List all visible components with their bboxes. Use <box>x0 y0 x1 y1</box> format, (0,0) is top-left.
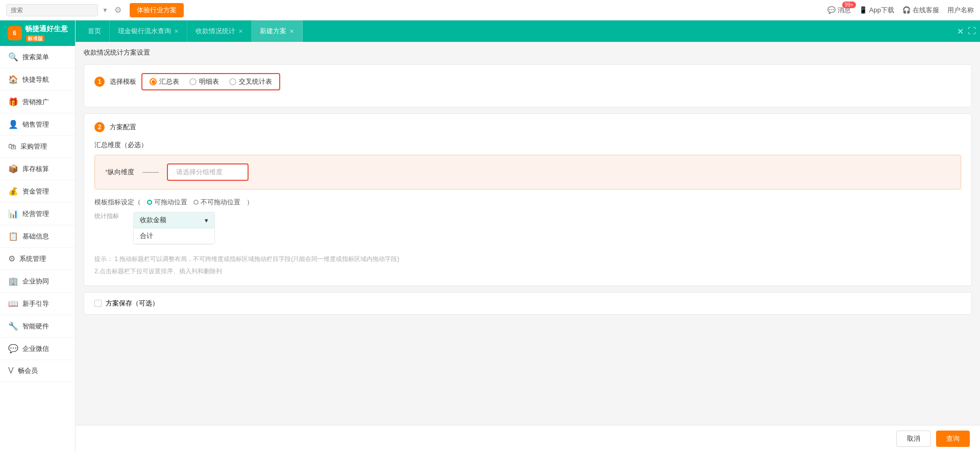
step1-card: 1 选择模板 汇总表 明细表 交叉统计表 <box>84 64 972 107</box>
main-layout: 6 畅捷通好生意 标准版 🔍 搜索菜单 🏠 快捷导航 🎁 营销推广 👤 销售管理… <box>0 20 980 452</box>
sidebar-item-label: 资金管理 <box>22 187 49 196</box>
metrics-col-header[interactable]: 收款金额 ▾ <box>134 212 214 228</box>
tip-2: 2.点击标题栏下拉可设置排序、插入列和删除列 <box>94 265 961 277</box>
drag-dot-active <box>147 200 152 205</box>
sidebar-logo: 6 畅捷通好生意 标准版 <box>0 20 75 46</box>
close-icon[interactable]: ✕ <box>289 28 294 35</box>
tab-payment-stats[interactable]: 收款情况统计 ✕ <box>187 20 252 42</box>
tab-bar: 首页 现金银行流水查询 ✕ 收款情况统计 ✕ 新建方案 ✕ ✕ ⛶ <box>76 20 980 42</box>
sidebar-item-marketing[interactable]: 🎁 营销推广 <box>0 91 75 113</box>
trial-button[interactable]: 体验行业方案 <box>130 3 184 17</box>
radio-circle-detail <box>189 78 197 85</box>
sidebar-item-label: 采购管理 <box>20 142 47 151</box>
close-icon[interactable]: ✕ <box>174 28 179 35</box>
service-label: 在线客服 <box>913 6 939 15</box>
search-input[interactable] <box>6 4 98 16</box>
sidebar-item-nav[interactable]: 🏠 快捷导航 <box>0 68 75 91</box>
save-option-section: 方案保存（可选） <box>84 292 972 315</box>
notification-wrap[interactable]: 💬 消息 99+ <box>827 6 851 15</box>
metrics-col-subrow: 合计 <box>134 228 214 244</box>
radio-label-summary: 汇总表 <box>159 77 179 86</box>
cancel-button[interactable]: 取消 <box>896 431 931 447</box>
sidebar-item-guide[interactable]: 📖 新手引导 <box>0 293 75 315</box>
step2-card: 2 方案配置 汇总维度（必选） *纵向维度 —— 请选择分组维度 <box>84 113 972 286</box>
drag-dot-inactive <box>193 200 199 205</box>
gear-icon[interactable]: ⚙ <box>114 5 121 15</box>
tab-home[interactable]: 首页 <box>80 20 110 42</box>
sidebar-item-label: 企业微信 <box>22 344 49 353</box>
draggable-indicator: 可拖动位置 <box>147 198 187 207</box>
sidebar-item-wechat[interactable]: 💬 企业微信 <box>0 338 75 360</box>
home-icon: 🏠 <box>8 75 18 84</box>
dimension-placeholder: 请选择分组维度 <box>176 168 223 176</box>
sidebar-item-label: 搜索菜单 <box>22 53 49 62</box>
chevron-down-icon[interactable]: ▾ <box>205 217 208 224</box>
sidebar-item-label: 库存核算 <box>22 164 49 174</box>
sidebar-item-system[interactable]: ⚙ 系统管理 <box>0 248 75 270</box>
sidebar-item-search[interactable]: 🔍 搜索菜单 <box>0 46 75 68</box>
save-checkbox[interactable] <box>94 300 102 307</box>
sidebar-item-management[interactable]: 📊 经营管理 <box>0 203 75 225</box>
tab-new-plan[interactable]: 新建方案 ✕ <box>252 20 303 42</box>
logo-icon: 6 <box>8 26 22 40</box>
sidebar-item-basic[interactable]: 📋 基础信息 <box>0 225 75 248</box>
maximize-icon[interactable]: ⛶ <box>968 27 976 36</box>
sidebar-item-hardware[interactable]: 🔧 智能硬件 <box>0 315 75 338</box>
sidebar-item-label: 销售管理 <box>22 120 49 129</box>
radio-detail[interactable]: 明细表 <box>189 77 219 86</box>
step2-number: 2 <box>94 122 105 132</box>
dimension-title: 汇总维度（必选） <box>94 140 961 150</box>
close-window-icon[interactable]: ✕ <box>957 27 964 36</box>
vip-icon: V <box>8 366 14 375</box>
book-icon: 📖 <box>8 299 18 308</box>
page-title: 收款情况统计方案设置 <box>84 48 972 57</box>
tab-cashbank[interactable]: 现金银行流水查询 ✕ <box>110 20 187 42</box>
search-icon: 🔍 <box>8 52 18 62</box>
sidebar-item-label: 新手引导 <box>22 299 49 308</box>
sidebar-item-label: 企业协同 <box>22 277 49 286</box>
top-bar: ▼ ⚙ 体验行业方案 💬 消息 99+ 📱 App下载 🎧 在线客服 用户名称 <box>0 0 980 20</box>
sidebar-item-sales[interactable]: 👤 销售管理 <box>0 113 75 136</box>
save-label: 方案保存（可选） <box>106 299 159 308</box>
metrics-header-text: 模板指标设定（ <box>94 198 141 207</box>
sidebar-item-cooperation[interactable]: 🏢 企业协同 <box>0 270 75 293</box>
download-wrap[interactable]: 📱 App下载 <box>859 6 894 15</box>
radio-summary[interactable]: 汇总表 <box>150 77 179 86</box>
content-area: 首页 现金银行流水查询 ✕ 收款情况统计 ✕ 新建方案 ✕ ✕ ⛶ 收款情况统计… <box>76 20 980 452</box>
step1-row: 1 选择模板 汇总表 明细表 交叉统计表 <box>94 73 961 90</box>
step1-number: 1 <box>94 77 105 87</box>
service-wrap[interactable]: 🎧 在线客服 <box>902 6 939 15</box>
radio-circle-cross <box>229 78 236 85</box>
dimension-area: *纵向维度 —— 请选择分组维度 <box>94 155 961 189</box>
sidebar-item-purchase[interactable]: 🛍 采购管理 <box>0 136 75 158</box>
tab-label: 新建方案 <box>260 27 286 36</box>
headset-icon: 🎧 <box>902 6 911 14</box>
tab-bar-actions: ✕ ⛶ <box>957 27 976 36</box>
query-button[interactable]: 查询 <box>936 431 970 447</box>
stat-label-area: 统计指标 <box>94 212 125 223</box>
non-draggable-label: 不可拖动位置 <box>201 198 240 207</box>
clipboard-icon: 📋 <box>8 231 18 241</box>
sidebar-item-label: 基础信息 <box>22 232 49 241</box>
chevron-down-icon[interactable]: ▼ <box>102 7 108 14</box>
sidebar-item-inventory[interactable]: 📦 库存核算 <box>0 158 75 180</box>
close-paren: ） <box>247 198 253 207</box>
radio-cross[interactable]: 交叉统计表 <box>229 77 272 86</box>
draggable-label: 可拖动位置 <box>154 198 187 207</box>
sidebar-item-label: 系统管理 <box>19 254 46 264</box>
close-icon[interactable]: ✕ <box>238 28 243 35</box>
sidebar-item-finance[interactable]: 💰 资金管理 <box>0 180 75 203</box>
dimension-select[interactable]: 请选择分组维度 <box>167 163 249 181</box>
metrics-layout: 统计指标 收款金额 ▾ 合计 <box>94 212 961 245</box>
non-draggable-indicator: 不可拖动位置 <box>193 198 240 207</box>
user-name: 用户名称 <box>947 6 974 15</box>
wechat-icon: 💬 <box>8 344 18 353</box>
radio-label-detail: 明细表 <box>199 77 219 86</box>
sidebar-item-member[interactable]: V 畅会员 <box>0 360 75 382</box>
person-icon: 👤 <box>8 120 18 129</box>
stat-category-label: 统计指标 <box>94 212 125 221</box>
chart-icon: 📊 <box>8 209 18 219</box>
gift-icon: 🎁 <box>8 97 18 107</box>
top-bar-right: 💬 消息 99+ 📱 App下载 🎧 在线客服 用户名称 <box>827 6 974 15</box>
arrow-icon: —— <box>142 168 159 177</box>
